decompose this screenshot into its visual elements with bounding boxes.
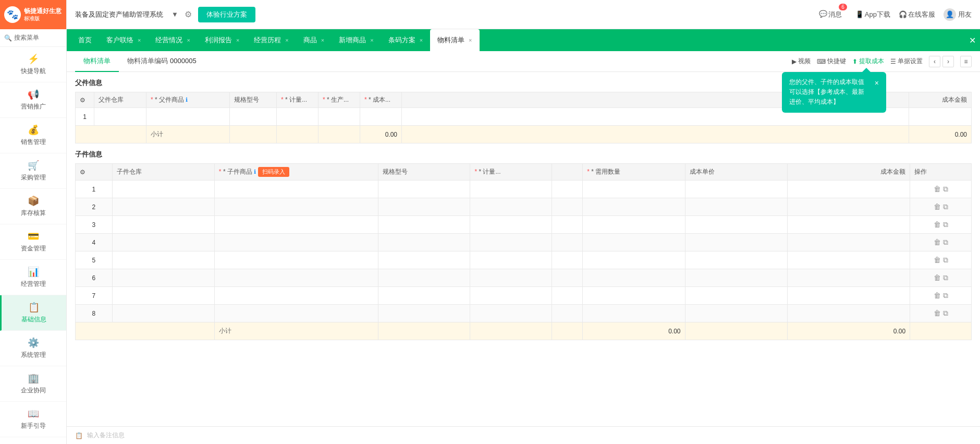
child-row-warehouse-8[interactable] [112,305,214,322]
child-row-qty-6[interactable] [583,269,685,287]
child-row-qty-1[interactable] [583,181,685,198]
child-row-measure-7[interactable] [470,287,552,305]
settings-gear-icon[interactable]: ⚙ [185,9,192,19]
tab-bom-close[interactable]: × [469,37,472,43]
shortcut-button[interactable]: ⌨ 快捷键 [817,57,846,66]
parent-row-spec[interactable] [230,108,277,126]
child-row-unitprice-4[interactable] [685,234,787,251]
tab-barcode-close[interactable]: × [420,37,423,43]
child-row-warehouse-6[interactable] [112,269,214,287]
tab-customer[interactable]: 客户联络 × [99,29,148,51]
user-menu[interactable]: 👤 用友 [944,8,972,21]
sidebar-item-purchase[interactable]: 🛒 采购管理 [0,153,66,189]
search-menu-item[interactable]: 🔍 搜索菜单 [0,29,66,47]
sidebar-item-operation[interactable]: 📊 经营管理 [0,260,66,295]
delete-icon-1[interactable]: 🗑 [934,185,941,194]
child-row-spec-4[interactable] [378,234,470,251]
view-button[interactable]: ▶ 视频 [792,57,811,66]
child-row-unitprice-1[interactable] [685,181,787,198]
child-row-product-4[interactable] [214,234,378,251]
tab-product-close[interactable]: × [321,37,324,43]
tooltip-close-button[interactable]: × [875,77,879,89]
parent-row-warehouse[interactable] [94,108,146,126]
subtab-bom-code[interactable]: 物料清单编码 0000005 [119,51,205,72]
child-row-qty-5[interactable] [583,251,685,269]
child-row-warehouse-7[interactable] [112,287,214,305]
tab-profit[interactable]: 利润报告 × [198,29,247,51]
copy-icon-8[interactable]: ⧉ [943,309,948,318]
child-row-spec-8[interactable] [378,305,470,322]
copy-icon-5[interactable]: ⧉ [943,256,948,265]
sidebar-item-inventory[interactable]: 📦 库存核算 [0,189,66,224]
child-row-measure-2[interactable] [470,198,552,216]
subtab-bom-list[interactable]: 物料清单 [75,51,119,72]
sidebar-item-system[interactable]: ⚙️ 系统管理 [0,331,66,366]
tab-new-product-close[interactable]: × [370,37,373,43]
app-download-button[interactable]: 📱 App下载 [855,10,890,19]
prev-arrow[interactable]: ‹ [929,56,940,67]
delete-icon-7[interactable]: 🗑 [934,291,941,300]
copy-icon-4[interactable]: ⧉ [943,238,948,247]
tab-new-product[interactable]: 新增商品 × [332,29,381,51]
child-row-product-8[interactable] [214,305,378,322]
child-row-product-5[interactable] [214,251,378,269]
child-row-product-6[interactable] [214,269,378,287]
child-row-spec-5[interactable] [378,251,470,269]
delete-icon-5[interactable]: 🗑 [934,256,941,265]
tab-operation[interactable]: 经营情况 × [148,29,197,51]
child-row-qty-4[interactable] [583,234,685,251]
child-row-warehouse-2[interactable] [112,198,214,216]
child-row-unitprice-8[interactable] [685,305,787,322]
next-arrow[interactable]: › [942,56,954,67]
child-row-qty-7[interactable] [583,287,685,305]
tab-customer-close[interactable]: × [138,37,141,43]
online-service-button[interactable]: 🎧 在线客服 [899,10,935,19]
child-row-measure-3[interactable] [470,216,552,234]
tab-home[interactable]: 首页 [71,29,99,51]
copy-icon-3[interactable]: ⧉ [943,220,948,229]
sidebar-item-guide[interactable]: 📖 新手引导 [0,402,66,437]
tab-history-close[interactable]: × [285,37,288,43]
delete-icon-2[interactable]: 🗑 [934,202,941,211]
parent-row-product[interactable] [146,108,230,126]
child-row-qty-2[interactable] [583,198,685,216]
child-row-warehouse-4[interactable] [112,234,214,251]
parent-row-cost[interactable] [360,108,402,126]
tab-product[interactable]: 商品 × [296,29,332,51]
child-row-spec-2[interactable] [378,198,470,216]
sidebar-item-quick-nav[interactable]: ⚡ 快捷导航 [0,47,66,82]
menu-button[interactable]: ≡ [960,56,972,67]
tab-bom[interactable]: 物料清单 × [430,29,479,51]
child-row-measure-8[interactable] [470,305,552,322]
chevron-down-icon[interactable]: ▼ [172,10,178,18]
child-row-product-2[interactable] [214,198,378,216]
sidebar-item-basic-info[interactable]: 📋 基础信息 [0,295,66,331]
copy-icon-1[interactable]: ⧉ [943,185,948,194]
child-row-spec-1[interactable] [378,181,470,198]
child-row-product-7[interactable] [214,287,378,305]
single-settings-button[interactable]: ☰ 单据设置 [890,57,923,66]
child-row-spec-7[interactable] [378,287,470,305]
child-row-measure-6[interactable] [470,269,552,287]
child-row-spec-3[interactable] [378,216,470,234]
trial-button[interactable]: 体验行业方案 [198,7,255,22]
delete-icon-4[interactable]: 🗑 [934,238,941,247]
delete-icon-3[interactable]: 🗑 [934,220,941,229]
copy-icon-2[interactable]: ⧉ [943,202,948,211]
delete-icon-6[interactable]: 🗑 [934,273,941,282]
copy-icon-6[interactable]: ⧉ [943,273,948,282]
delete-icon-8[interactable]: 🗑 [934,309,941,318]
tab-operation-close[interactable]: × [187,37,190,43]
sidebar-item-marketing[interactable]: 📢 营销推广 [0,82,66,118]
sidebar-item-sales[interactable]: 💰 销售管理 [0,118,66,153]
copy-icon-7[interactable]: ⧉ [943,291,948,300]
message-button[interactable]: 💬 消息 6 [819,10,847,19]
child-row-unitprice-6[interactable] [685,269,787,287]
child-row-warehouse-5[interactable] [112,251,214,269]
tab-profit-close[interactable]: × [236,37,239,43]
child-row-unitprice-2[interactable] [685,198,787,216]
child-row-measure-5[interactable] [470,251,552,269]
nav-close-button[interactable]: ✕ [969,35,976,45]
child-row-unitprice-7[interactable] [685,287,787,305]
child-row-measure-1[interactable] [470,181,552,198]
